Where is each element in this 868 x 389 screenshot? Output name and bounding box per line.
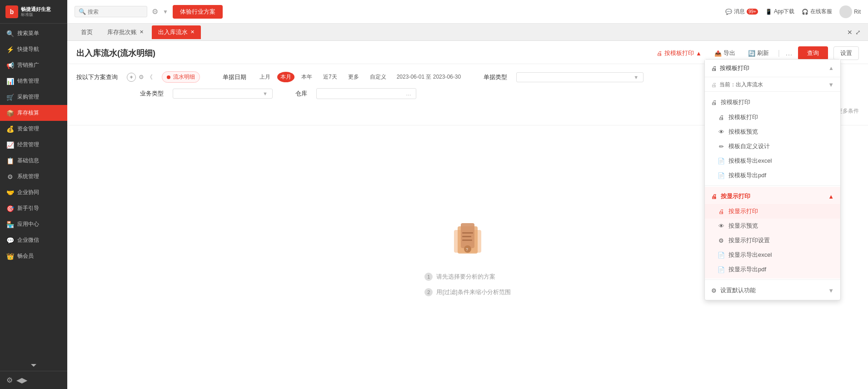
purchase-icon: 🛒 xyxy=(6,94,14,101)
sidebar-item-member[interactable]: 👑 畅会员 xyxy=(0,248,67,264)
sidebar-logo: b 畅捷通好生意 标准版 xyxy=(0,0,67,24)
tab-close-batch[interactable]: ✕ xyxy=(140,29,144,35)
inquiry-button[interactable]: 查询 xyxy=(798,46,828,60)
refresh-btn[interactable]: 🔄 刷新 xyxy=(744,47,773,59)
chevron-up-icon: ▲ xyxy=(696,50,702,57)
more-icon[interactable]: … xyxy=(406,90,411,97)
sidebar-item-inventory[interactable]: 📦 库存核算 xyxy=(0,105,67,121)
sidebar-collapse-icon[interactable]: ◀▶ xyxy=(16,376,27,384)
template-export-excel-item[interactable]: 📄 按模板导出excel xyxy=(705,154,840,168)
tab-batch-account[interactable]: 库存批次账 ✕ xyxy=(101,25,150,39)
sidebar-nav: 🔍 搜索菜单 ⚡ 快捷导航 📢 营销推广 📊 销售管理 🛒 采购管理 📦 库存核… xyxy=(0,24,67,360)
refresh-icon: 🔄 xyxy=(748,50,755,57)
business-type-dropdown[interactable]: ▼ xyxy=(173,89,273,99)
template-custom-item[interactable]: ✏ 模板自定义设计 xyxy=(705,139,840,154)
sidebar-item-quick-nav[interactable]: ⚡ 快捷导航 xyxy=(0,41,67,57)
topbar-search[interactable]: 🔍 xyxy=(75,6,147,17)
quick-nav-icon: ⚡ xyxy=(6,46,14,53)
tab-maximize-icon[interactable]: ⤢ xyxy=(855,29,861,36)
print-icon-header: 🖨 xyxy=(711,65,717,72)
date-btn-custom[interactable]: 自定义 xyxy=(366,72,390,82)
sidebar-item-system[interactable]: ⚙ 系统管理 xyxy=(0,169,67,185)
sidebar-item-purchase[interactable]: 🛒 采购管理 xyxy=(0,89,67,105)
template-preview-item[interactable]: 👁 按模板预览 xyxy=(705,125,840,139)
gear-icon[interactable]: ⚙ xyxy=(152,7,158,16)
sidebar-item-search-menu[interactable]: 🔍 搜索菜单 xyxy=(0,25,67,41)
user-item[interactable]: Rit xyxy=(839,5,861,18)
date-btn-7days[interactable]: 近7天 xyxy=(319,72,341,82)
print-item-icon-1: 🖨 xyxy=(718,114,725,121)
print-item-icon-2: 👁 xyxy=(718,128,725,135)
display-print-settings-item[interactable]: ⚙ 按显示打印设置 xyxy=(705,233,840,248)
display-export-excel-item[interactable]: 📄 按显示导出excel xyxy=(705,248,840,262)
template-print-header: 🖨 按模板打印 xyxy=(705,95,840,110)
date-filter-label: 单据日期 xyxy=(223,73,246,81)
settings-button[interactable]: 设置 xyxy=(833,46,859,60)
sidebar-scroll-down[interactable] xyxy=(0,360,67,371)
warehouse-label: 仓库 xyxy=(295,90,307,98)
filter-tag-dot xyxy=(167,75,170,79)
settings-icon[interactable]: ⚙ xyxy=(6,376,13,384)
display-preview-item[interactable]: 👁 按显示预览 xyxy=(705,219,840,233)
step-2-num: 2 xyxy=(424,288,433,296)
tab-flow[interactable]: 出入库流水 ✕ xyxy=(152,25,201,39)
dropdown-arrow-topbar[interactable]: ▼ xyxy=(163,9,168,15)
document-type-dropdown[interactable]: ▼ xyxy=(516,72,644,82)
finance-icon: 💰 xyxy=(6,125,14,133)
search-icon-topbar: 🔍 xyxy=(79,8,86,15)
sidebar-item-enterprise[interactable]: 🤝 企业协同 xyxy=(0,185,67,200)
dropdown-collapse-icon[interactable]: ▲ xyxy=(828,65,834,71)
search-input[interactable] xyxy=(88,9,142,15)
tab-home[interactable]: 首页 xyxy=(75,25,99,39)
step-1: 1 请先选择要分析的方案 xyxy=(424,271,510,283)
industry-btn[interactable]: 体验行业方案 xyxy=(173,5,223,19)
step-2: 2 用[过滤]条件来缩小分析范围 xyxy=(424,286,510,298)
more-options-icon[interactable]: … xyxy=(785,49,793,57)
sidebar-item-basic[interactable]: 📋 基础信息 xyxy=(0,153,67,169)
sidebar-item-wechat[interactable]: 💬 企业微信 xyxy=(0,232,67,248)
default-settings-header[interactable]: ⚙ 设置默认功能 ▼ xyxy=(705,283,840,298)
date-btn-this-month[interactable]: 本月 xyxy=(277,72,294,82)
template-print-item[interactable]: 🖨 按模板打印 xyxy=(705,110,840,125)
sidebar-item-app-center[interactable]: 🏪 应用中心 xyxy=(0,216,67,232)
print-icon: 🖨 xyxy=(657,50,663,57)
sidebar-item-marketing[interactable]: 📢 营销推广 xyxy=(0,57,67,73)
print-small-icon: 🖨 xyxy=(711,82,717,88)
date-btn-more[interactable]: 更多 xyxy=(344,72,363,82)
filter-tag[interactable]: 流水明细 xyxy=(162,71,200,83)
print-template-btn[interactable]: 🖨 按模板打印 ▲ xyxy=(653,47,705,59)
display-print-item[interactable]: 🖨 按显示打印 xyxy=(705,204,840,219)
topbar: 🔍 ⚙ ▼ 体验行业方案 💬 消息 99+ 📱 App下载 🎧 在线客服 Rit xyxy=(67,0,868,24)
tab-close-flow[interactable]: ✕ xyxy=(190,29,195,35)
online-service-item[interactable]: 🎧 在线客服 xyxy=(802,8,832,15)
current-label-area: 🖨 当前：出入库流水 xyxy=(711,81,763,89)
sidebar-item-sales[interactable]: 📊 销售管理 xyxy=(0,73,67,89)
chevron-down-icon: ▼ xyxy=(634,75,639,80)
date-btn-this-year[interactable]: 本年 xyxy=(297,72,316,82)
filter-gear-icon[interactable]: ⚙ xyxy=(139,74,144,80)
template-print-section: 🖨 按模板打印 🖨 按模板打印 👁 按模板预览 ✏ 模板自定义设计 xyxy=(705,93,840,185)
basic-icon: 📋 xyxy=(6,157,14,165)
page-actions: 🖨 按模板打印 ▲ 📤 导出 🔄 刷新 | … 查询 设置 xyxy=(653,46,859,60)
app-download-item[interactable]: 📱 App下载 xyxy=(765,8,794,15)
current-arrow-icon[interactable]: ▼ xyxy=(828,81,834,88)
date-btn-last-month[interactable]: 上月 xyxy=(255,72,274,82)
template-export-pdf-item[interactable]: 📄 按模板导出pdf xyxy=(705,168,840,183)
search-icon: 🔍 xyxy=(6,30,14,37)
sidebar-item-guide[interactable]: 🎯 新手引导 xyxy=(0,200,67,216)
logo-text: 畅捷通好生意 标准版 xyxy=(21,6,51,18)
document-type-label: 单据类型 xyxy=(484,73,507,81)
default-settings-arrow[interactable]: ▼ xyxy=(828,287,834,294)
sidebar-item-operations[interactable]: 📈 经营管理 xyxy=(0,137,67,153)
sidebar-item-finance[interactable]: 💰 资金管理 xyxy=(0,121,67,137)
sales-icon: 📊 xyxy=(6,78,14,85)
export-btn[interactable]: 📤 导出 xyxy=(711,47,739,59)
filter-add-button[interactable]: + xyxy=(127,73,136,82)
filter-collapse-icon[interactable]: 《 xyxy=(147,73,153,81)
tab-minimize-icon[interactable]: ✕ xyxy=(847,29,853,36)
display-section-arrow[interactable]: ▲ xyxy=(828,193,834,200)
display-print-label: 🖨 按显示打印 xyxy=(711,192,750,200)
display-export-pdf-item[interactable]: 📄 按显示导出pdf xyxy=(705,262,840,277)
message-item[interactable]: 💬 消息 99+ xyxy=(725,8,758,15)
warehouse-dropdown[interactable]: … xyxy=(316,88,416,99)
